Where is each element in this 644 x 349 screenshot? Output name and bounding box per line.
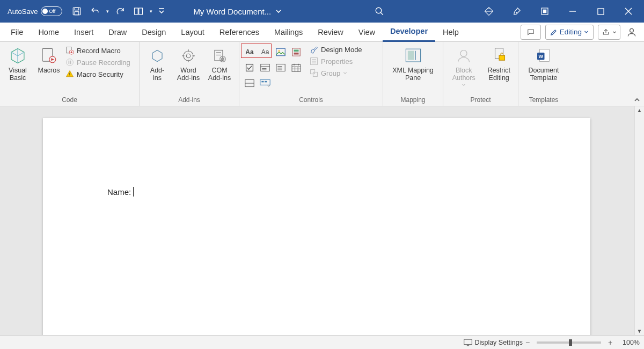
macros-button[interactable]: Macros	[34, 45, 63, 75]
com-addins-icon	[210, 46, 229, 66]
visual-basic-button[interactable]: Visual Basic	[3, 45, 32, 83]
brush-icon[interactable]	[504, 0, 529, 23]
layout-icon[interactable]	[131, 4, 145, 18]
tab-home[interactable]: Home	[31, 23, 67, 42]
autosave-toggle[interactable]: Off	[41, 6, 62, 16]
tab-review[interactable]: Review	[310, 23, 351, 42]
svg-rect-1	[75, 8, 79, 10]
repeating-section-control-icon[interactable]	[243, 76, 257, 90]
text-cursor	[133, 187, 134, 197]
diamond-icon[interactable]	[477, 0, 501, 23]
datepicker-control-icon[interactable]	[289, 61, 303, 75]
share-button[interactable]	[598, 25, 620, 40]
tab-mailings[interactable]: Mailings	[267, 23, 310, 42]
display-settings-button[interactable]: Display Settings	[464, 339, 523, 346]
maximize-button[interactable]	[588, 0, 613, 23]
undo-dropdown-icon[interactable]: ▾	[106, 9, 109, 14]
group-code: Visual Basic Macros Record Macro Pause R…	[0, 42, 140, 106]
collapse-ribbon-icon[interactable]	[633, 96, 641, 104]
group-templates: W Document Template Templates	[518, 42, 569, 106]
group-addins-label: Add-ins	[143, 96, 236, 105]
dropdown-control-icon[interactable]	[274, 61, 288, 75]
svg-line-7	[380, 12, 383, 15]
block-authors-button[interactable]: Block Authors	[447, 45, 481, 88]
search-icon[interactable]	[372, 4, 386, 18]
design-mode-button[interactable]: Design Mode	[310, 45, 362, 54]
tab-file[interactable]: File	[3, 23, 31, 42]
com-addins-button[interactable]: COM Add-ins	[205, 45, 234, 83]
document-body-text[interactable]: Name:	[107, 187, 134, 197]
group-mapping-label: Mapping	[386, 96, 440, 105]
document-name[interactable]: My Word Document...	[193, 7, 282, 16]
account-icon[interactable]	[623, 27, 641, 38]
document-page[interactable]: Name:	[43, 118, 590, 335]
comments-button[interactable]	[521, 25, 541, 40]
redo-icon[interactable]	[113, 4, 127, 18]
xml-mapping-pane-button[interactable]: XML Mapping Pane	[389, 45, 437, 83]
svg-point-16	[630, 28, 634, 32]
autosave-knob	[42, 9, 48, 14]
word-addins-button[interactable]: Word Add-ins	[174, 45, 203, 83]
ribbon: Visual Basic Macros Record Macro Pause R…	[0, 42, 644, 106]
design-mode-icon	[310, 45, 318, 54]
record-macro-button[interactable]: Record Macro	[65, 46, 130, 55]
svg-rect-45	[261, 64, 269, 67]
svg-rect-63	[261, 81, 264, 83]
autosave-label: AutoSave	[8, 8, 38, 16]
document-template-icon: W	[534, 46, 553, 66]
building-block-control-icon[interactable]	[289, 45, 303, 59]
svg-point-27	[69, 76, 70, 76]
editing-mode-button[interactable]: Editing	[545, 25, 594, 40]
ribbon-display-icon[interactable]	[532, 0, 557, 23]
svg-rect-80	[464, 339, 472, 344]
svg-point-28	[184, 51, 193, 61]
addins-button[interactable]: Add- ins	[143, 45, 172, 83]
tab-help[interactable]: Help	[435, 23, 466, 42]
group-icon	[310, 69, 318, 77]
autosave-control[interactable]: AutoSave Off	[8, 6, 62, 16]
title-bar: AutoSave Off ▾ ▾ My Word Document...	[0, 0, 644, 23]
restrict-editing-icon	[489, 46, 509, 66]
customize-qat-icon[interactable]	[157, 4, 166, 18]
layout-dropdown-icon[interactable]: ▾	[150, 9, 152, 14]
zoom-percentage[interactable]: 100%	[615, 339, 640, 346]
save-icon[interactable]	[70, 4, 84, 18]
tab-developer[interactable]: Developer	[383, 23, 435, 42]
svg-rect-64	[265, 81, 267, 83]
zoom-slider-thumb[interactable]	[569, 339, 572, 346]
svg-rect-4	[139, 8, 143, 14]
minimize-button[interactable]	[560, 0, 585, 23]
tab-view[interactable]: View	[351, 23, 383, 42]
search-area	[282, 4, 477, 18]
group-controls: Aa Aa Design Mode Properties	[239, 42, 383, 106]
tab-insert[interactable]: Insert	[67, 23, 101, 42]
group-protect-label: Protect	[447, 96, 515, 105]
zoom-slider[interactable]	[537, 341, 601, 344]
tab-draw[interactable]: Draw	[101, 23, 134, 42]
svg-rect-13	[597, 8, 603, 14]
zoom-in-button[interactable]: +	[605, 338, 615, 347]
checkbox-control-icon[interactable]	[243, 61, 257, 75]
group-button: Group	[310, 69, 362, 77]
document-template-button[interactable]: W Document Template	[522, 45, 565, 83]
picture-control-icon[interactable]	[274, 45, 288, 59]
scroll-down-icon[interactable]: ▼	[637, 328, 642, 334]
ribbon-tabs: File Home Insert Draw Design Layout Refe…	[0, 23, 644, 42]
svg-rect-46	[261, 67, 269, 71]
macro-security-button[interactable]: Macro Security	[65, 70, 130, 78]
tab-references[interactable]: References	[212, 23, 267, 42]
vertical-scrollbar[interactable]: ▲ ▼	[634, 106, 644, 335]
group-code-label: Code	[3, 96, 136, 105]
combobox-control-icon[interactable]	[258, 61, 272, 75]
legacy-tools-icon[interactable]	[258, 76, 272, 90]
tab-layout[interactable]: Layout	[173, 23, 212, 42]
undo-icon[interactable]	[88, 4, 102, 18]
svg-point-6	[376, 8, 382, 13]
svg-rect-0	[74, 8, 81, 15]
restrict-editing-button[interactable]: Restrict Editing	[483, 45, 515, 83]
close-button[interactable]	[616, 0, 641, 23]
tab-design[interactable]: Design	[134, 23, 173, 42]
scroll-up-icon[interactable]: ▲	[637, 107, 642, 113]
svg-point-22	[71, 52, 72, 53]
zoom-out-button[interactable]: −	[523, 338, 532, 347]
